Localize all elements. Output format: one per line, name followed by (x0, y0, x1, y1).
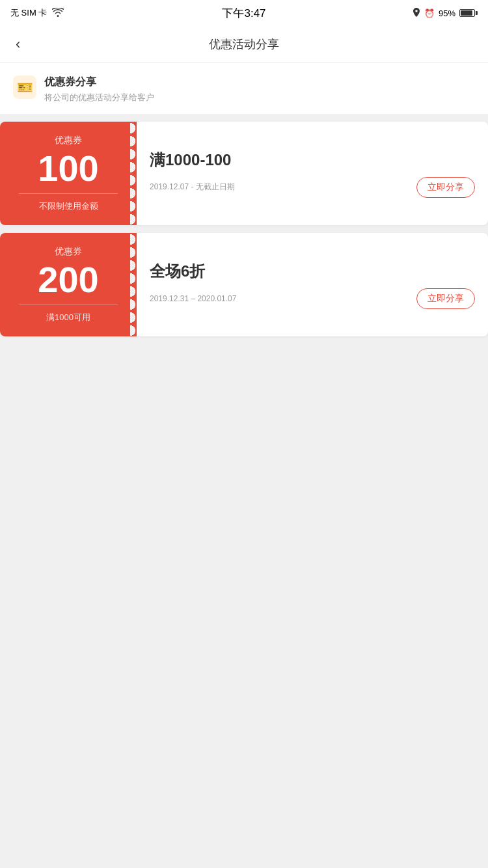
coupon-condition-0: 不限制使用金额 (39, 200, 98, 212)
coupon-type-1: 优惠券 (55, 246, 82, 258)
status-bar: 无 SIM 卡 下午3:47 ⏰ 95% (0, 0, 488, 26)
status-time: 下午3:47 (222, 6, 265, 21)
share-button-1[interactable]: 立即分享 (416, 288, 475, 309)
back-button[interactable]: ‹ (10, 31, 25, 58)
coupon-type-0: 优惠券 (55, 135, 82, 146)
location-icon (413, 8, 420, 19)
carrier-label: 无 SIM 卡 (10, 7, 47, 19)
coupon-amount-1: 200 (38, 262, 98, 298)
coupon-bottom-1: 2019.12.31 – 2020.01.07 立即分享 (150, 288, 475, 309)
coupon-right-0: 满1000-100 2019.12.07 - 无截止日期 立即分享 (137, 122, 488, 225)
section-title: 优惠券分享 (44, 75, 154, 89)
coupon-date-0: 2019.12.07 - 无截止日期 (150, 182, 235, 193)
coupon-divider-1 (19, 305, 118, 305)
coupon-divider-0 (19, 193, 118, 194)
battery-percent: 95% (439, 8, 455, 18)
coupon-name-0: 满1000-100 (150, 150, 475, 170)
coupon-right-1: 全场6折 2019.12.31 – 2020.01.07 立即分享 (137, 233, 488, 336)
wifi-icon (52, 8, 64, 19)
section-text: 优惠券分享 将公司的优惠活动分享给客户 (44, 75, 154, 103)
section-subtitle: 将公司的优惠活动分享给客户 (44, 92, 154, 103)
coupon-left-0: 优惠券 100 不限制使用金额 (0, 122, 137, 225)
status-right: ⏰ 95% (413, 8, 478, 19)
coupon-icon: 🎫 (13, 75, 36, 99)
coupon-name-1: 全场6折 (150, 261, 475, 282)
battery-icon (459, 9, 478, 17)
coupon-card-0: 优惠券 100 不限制使用金额 满1000-100 2019.12.07 - 无… (0, 122, 488, 225)
coupon-bottom-0: 2019.12.07 - 无截止日期 立即分享 (150, 177, 475, 198)
nav-bar: ‹ 优惠活动分享 (0, 26, 488, 62)
content-area: 🎫 优惠券分享 将公司的优惠活动分享给客户 优惠券 100 不限制使用金额 满1… (0, 62, 488, 344)
coupon-left-1: 优惠券 200 满1000可用 (0, 233, 137, 336)
alarm-icon: ⏰ (424, 8, 435, 18)
page-title: 优惠活动分享 (209, 36, 279, 52)
section-header: 🎫 优惠券分享 将公司的优惠活动分享给客户 (0, 62, 488, 114)
coupon-card-1: 优惠券 200 满1000可用 全场6折 2019.12.31 – 2020.0… (0, 233, 488, 336)
coupon-condition-1: 满1000可用 (46, 312, 90, 323)
share-button-0[interactable]: 立即分享 (416, 177, 475, 198)
coupon-list: 优惠券 100 不限制使用金额 满1000-100 2019.12.07 - 无… (0, 122, 488, 344)
coupon-amount-0: 100 (38, 150, 98, 187)
coupon-date-1: 2019.12.31 – 2020.01.07 (150, 294, 236, 303)
status-left: 无 SIM 卡 (10, 7, 64, 19)
